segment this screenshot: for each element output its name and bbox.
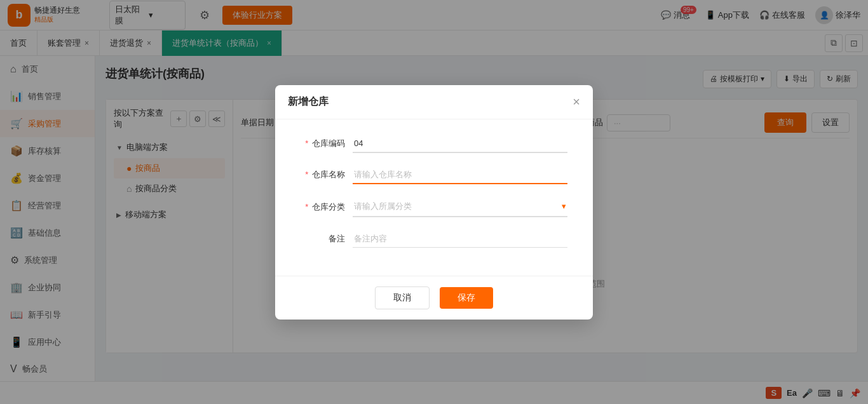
name-input[interactable] (353, 166, 567, 184)
modal-footer: 取消 保存 (275, 276, 593, 320)
code-input[interactable] (353, 135, 567, 153)
name-label: * 仓库名称 (301, 169, 345, 180)
category-field-row: * 仓库分类 请输入所属分类 ▾ (301, 197, 567, 217)
note-input[interactable] (353, 230, 567, 248)
category-label: * 仓库分类 (301, 201, 345, 213)
name-field-row: * 仓库名称 (301, 166, 567, 184)
modal-title: 新增仓库 (288, 95, 329, 109)
note-label: 备注 (301, 233, 345, 245)
category-select[interactable]: 请输入所属分类 ▾ (353, 197, 567, 217)
save-button[interactable]: 保存 (440, 287, 493, 309)
category-chevron-icon: ▾ (562, 201, 566, 211)
code-label: * 仓库编码 (301, 138, 345, 149)
note-field-row: 备注 (301, 230, 567, 248)
new-warehouse-modal: 新增仓库 × * 仓库编码 * 仓库名称 (275, 85, 593, 320)
code-field-row: * 仓库编码 (301, 135, 567, 153)
cancel-button[interactable]: 取消 (375, 286, 430, 309)
modal-close-button[interactable]: × (573, 95, 580, 108)
modal-overlay[interactable]: 新增仓库 × * 仓库编码 * 仓库名称 (0, 0, 868, 404)
modal-body: * 仓库编码 * 仓库名称 * 仓库分类 请输入 (275, 119, 593, 276)
modal-header: 新增仓库 × (275, 85, 593, 119)
